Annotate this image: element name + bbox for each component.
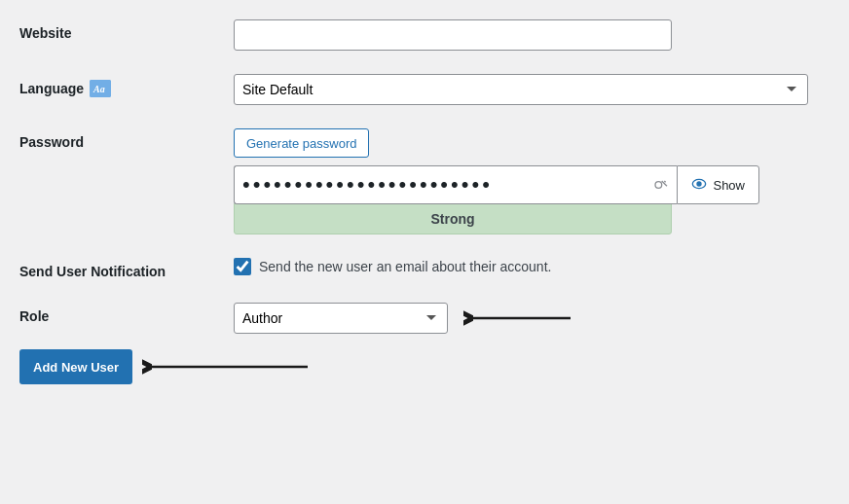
language-field: Site Default English (US) Spanish French [234,74,808,105]
add-user-arrow-svg [142,352,317,381]
eye-icon [691,177,707,193]
user-form: Website Language Aa Site Default English… [0,0,837,404]
show-label: Show [713,178,745,193]
role-row: Role Author Administrator Editor Contrib… [19,303,808,334]
svg-text:Aa: Aa [92,84,105,94]
show-password-button[interactable]: Show [677,165,759,204]
password-strength-label: Strong [430,211,474,227]
notification-checkbox-row: Send the new user an email about their a… [234,258,808,275]
language-icon: Aa [90,80,111,97]
language-label: Language Aa [19,74,234,97]
notification-field: Send the new user an email about their a… [234,258,808,275]
add-new-user-button[interactable]: Add New User [19,349,132,384]
svg-point-4 [697,182,701,186]
language-select[interactable]: Site Default English (US) Spanish French [234,74,808,105]
website-label: Website [19,19,234,41]
password-label: Password [19,128,234,150]
add-user-row: Add New User [19,349,808,384]
role-arrow-annotation [463,304,580,333]
add-user-arrow-annotation [142,352,317,381]
key-icon [653,175,669,195]
password-wrapper: •••••••••••••••••••••••• [234,165,759,234]
password-row: Password Generate password •••••••••••••… [19,128,808,234]
notification-checkbox[interactable] [234,258,251,275]
role-field: Author Administrator Editor Contributor … [234,303,808,334]
role-label: Role [19,303,234,324]
password-input-row: •••••••••••••••••••••••• [234,165,759,204]
language-row: Language Aa Site Default English (US) Sp… [19,74,808,105]
role-select-wrap: Author Administrator Editor Contributor … [234,303,808,334]
svg-point-2 [655,182,662,189]
role-select[interactable]: Author Administrator Editor Contributor … [234,303,448,334]
password-dots: •••••••••••••••••••••••• [242,174,653,196]
password-input-wrap: •••••••••••••••••••••••• [234,165,677,204]
language-text: Language [19,81,84,96]
notification-text: Send the new user an email about their a… [259,259,551,274]
notification-label: Send User Notification [19,258,234,279]
notification-row: Send User Notification Send the new user… [19,258,808,279]
generate-password-button[interactable]: Generate password [234,128,369,158]
website-field [234,19,808,51]
password-strength-bar: Strong [234,203,672,234]
website-row: Website [19,19,808,51]
website-input[interactable] [234,19,672,51]
password-field: Generate password ••••••••••••••••••••••… [234,128,808,234]
